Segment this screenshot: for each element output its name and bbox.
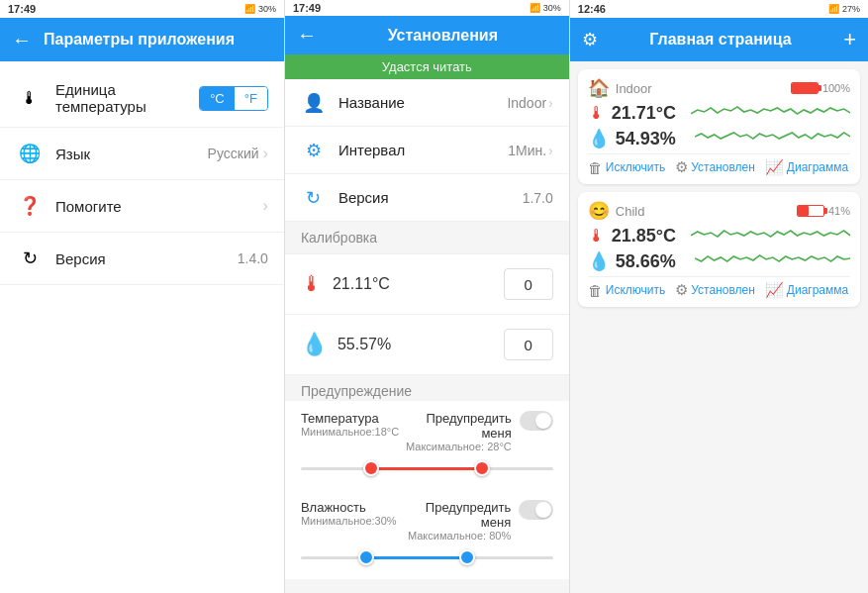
device-name-child: Child [616,204,797,219]
calibration-header: Калибровка [285,222,569,254]
humidity-chart-indoor [695,129,850,148]
status-icons-2: 📶 30% [530,3,561,13]
status-bar-2: 17:49 📶 30% [285,0,569,16]
status-time-3: 12:46 [578,3,606,15]
toggle-knob-humidity [535,502,551,518]
version-value: 1.4.0 [238,250,268,266]
battery-child: 41% [797,205,850,217]
panel-settings: 17:49 📶 30% ← Параметры приложения 🌡 Еди… [0,0,285,593]
signal-icon-3: 📶 [828,4,839,14]
status-icons-3: 📶 27% [828,4,860,14]
humidity-warning-toggle[interactable] [519,500,553,520]
device-name-indoor: Indoor [616,81,791,96]
temp-slider-container[interactable] [301,456,553,480]
settings-item-help[interactable]: ❓ Помогите › [0,180,284,233]
settings-button-child[interactable]: ⚙ Установлен [675,281,755,299]
battery-fill-child [798,206,809,216]
temp-warning-min: Минимальное:18°С [301,426,399,438]
help-icon: ❓ [16,192,44,220]
calibration-temp-input[interactable] [504,268,553,300]
add-device-button[interactable]: + [843,27,856,52]
settings-icon-main[interactable]: ⚙ [582,29,598,50]
temp-value-child: 21.85°C [612,226,691,247]
humidity-warning-right: Предупредить меня Максимальное: 80% [397,500,512,542]
temp-icon-indoor: 🌡 [588,103,606,124]
signal-icon: 📶 [244,4,255,14]
humidity-slider-container[interactable] [301,545,553,569]
temp-warning-toggle[interactable] [520,411,553,431]
temp-warning-left: Температура Минимальное:18°С [301,411,399,440]
humidity-warning-top: Влажность Минимальное:30% Предупредить м… [301,500,553,542]
settings-item-version: ↻ Версия 1.4.0 [0,233,284,285]
battery-status-1: 30% [258,4,276,14]
refresh-icon-version: ↻ [301,187,327,209]
chart-button-child[interactable]: 📈 Диаграмма [765,281,848,299]
device-card-child: 😊 Child 41% 🌡 21.85°C 💧 58.66% [578,192,860,307]
temp-slider-thumb-max[interactable] [474,460,490,476]
temp-warning-row: Температура Минимальное:18°С Предупредит… [285,401,569,490]
device-card-indoor: 🏠 Indoor 100% 🌡 21.71°C 💧 54.93% [578,69,860,184]
settings-label-language: Язык [55,146,208,162]
settings-item-temperature: 🌡 Единица температуры °C °F [0,69,284,128]
temp-warning-right: Предупредить меня Максимальное: 28°С [399,411,512,452]
temp-value-indoor: 21.71°C [612,103,691,124]
humidity-chart-child [695,251,850,271]
temp-warning-label: Температура [301,411,399,426]
label-name: Название [338,94,508,111]
fahrenheit-button[interactable]: °F [235,87,267,110]
status-bar-1: 17:49 📶 30% [0,0,284,18]
status-time-1: 17:49 [8,3,36,15]
reading-humidity-indoor: 💧 54.93% [588,128,850,149]
temp-warn-me-label: Предупредить меня [399,411,512,441]
humidity-icon-child: 💧 [588,250,610,272]
value-interval: 1Мин. › [508,143,553,158]
device-header-indoor: 🏠 Indoor 100% [588,77,850,99]
calibration-temp-value: 21.11°C [333,275,504,293]
settings-item-language[interactable]: 🌐 Язык Русский › [0,128,284,180]
battery-status-2: 30% [543,3,561,13]
humidity-warning-label: Влажность [301,500,397,515]
row-interval[interactable]: ⚙ Интервал 1Мин. › [285,127,569,174]
temp-slider-thumb-min[interactable] [363,460,379,476]
chevron-icon-help: › [263,197,268,215]
back-button-2[interactable]: ← [297,24,317,47]
language-value: Русский › [208,145,268,162]
humidity-icon-indoor: 💧 [588,128,610,149]
temp-warning-max: Максимальное: 28°С [399,441,512,452]
back-button-1[interactable]: ← [12,29,32,51]
actions-child: 🗑 Исключить ⚙ Установлен 📈 Диаграмма [588,276,850,299]
gear-icon-interval: ⚙ [301,140,327,161]
warning-header: Предупреждение [285,375,569,401]
child-icon: 😊 [588,200,610,222]
humidity-value-child: 58.66% [616,251,695,272]
thermometer-icon: 🌡 [16,84,44,112]
row-name[interactable]: 👤 Название Indoor › [285,79,569,127]
calibration-humidity-value: 55.57% [338,336,504,353]
calibration-humidity-icon: 💧 [301,332,328,357]
exclude-button-indoor[interactable]: 🗑 Исключить [588,159,665,176]
exclude-button-child[interactable]: 🗑 Исключить [588,282,665,299]
panel2-info-rows: 👤 Название Indoor › ⚙ Интервал 1Мин. › ↻… [285,79,569,222]
humidity-warning-left: Влажность Минимальное:30% [301,500,397,529]
humidity-slider-track [301,556,553,559]
reset-btn-wrapper: Сброс [285,579,569,593]
trash-icon-indoor: 🗑 [588,159,603,176]
chart-button-indoor[interactable]: 📈 Диаграмма [765,158,848,176]
green-banner: Удастся читать [285,54,569,79]
humidity-slider-thumb-max[interactable] [459,549,475,565]
home-icon: 🏠 [588,77,610,99]
panel3-title: Главная страница [598,31,843,49]
celsius-button[interactable]: °C [200,87,235,110]
version-icon: ↻ [16,245,44,272]
settings-label-help: Помогите [55,198,263,215]
label-version: Версия [338,189,523,206]
person-icon: 👤 [301,92,327,114]
status-bar-3: 12:46 📶 27% [570,0,868,18]
humidity-slider-thumb-min[interactable] [358,549,374,565]
settings-button-indoor[interactable]: ⚙ Установлен [675,158,755,176]
calibration-humidity-input[interactable] [504,329,553,360]
temp-slider-track [301,467,553,470]
toggle-knob [535,413,551,429]
row-version: ↻ Версия 1.7.0 [285,174,569,222]
panel1-title: Параметры приложения [44,31,235,49]
